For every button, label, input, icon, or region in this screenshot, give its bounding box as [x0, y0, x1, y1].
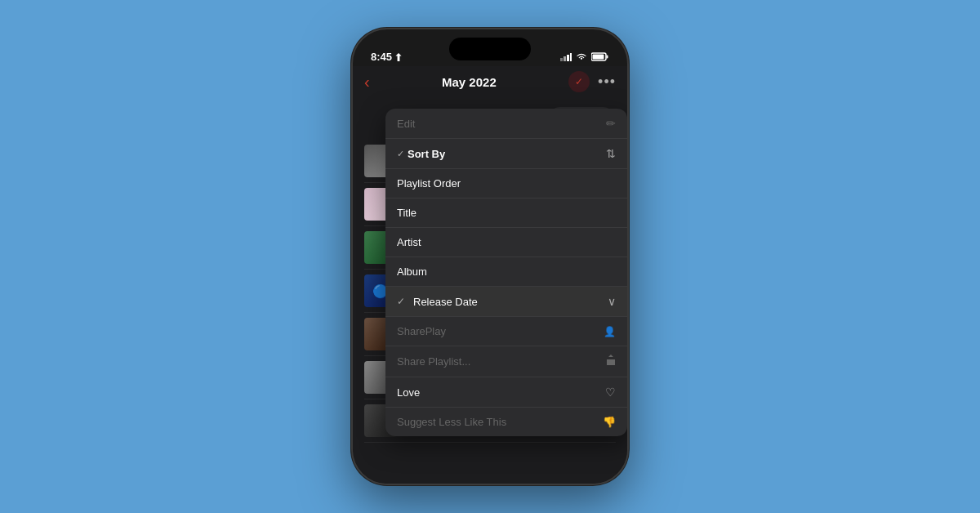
status-time: 8:45 — [371, 51, 402, 63]
menu-item-suggest-less[interactable]: Suggest Less Like This 👎 — [385, 408, 627, 436]
dynamic-island — [449, 38, 531, 60]
edit-icon: ✏ — [606, 117, 616, 130]
love-label: Love — [397, 386, 420, 399]
header: ‹ May 2022 ✓ ••• — [353, 66, 627, 99]
thumbs-down-icon: 👎 — [603, 416, 616, 428]
release-date-expand-icon: ∨ — [608, 295, 616, 308]
release-date-label: Release Date — [413, 296, 478, 308]
menu-item-release-date[interactable]: ✓ Release Date ∨ — [385, 287, 627, 317]
dropdown-menu: Edit ✏ ✓ Sort By ⇅ — [385, 109, 627, 436]
sort-arrows-icon: ⇅ — [606, 147, 616, 160]
svg-rect-1 — [564, 56, 566, 61]
checkmark-icon: ✓ — [575, 76, 583, 87]
edit-label: Edit — [397, 118, 415, 130]
release-date-check: ✓ — [397, 296, 405, 307]
checkmark-button[interactable]: ✓ — [568, 71, 590, 92]
title-label: Title — [397, 207, 416, 219]
menu-item-album[interactable]: Album — [385, 257, 627, 287]
shareplay-label: SharePlay — [397, 325, 446, 337]
header-actions: ✓ ••• — [568, 71, 616, 92]
shareplay-icon: 👤 — [604, 326, 616, 337]
phone-mockup: 8:45 — [351, 28, 629, 485]
svg-rect-0 — [560, 58, 563, 61]
status-icons — [560, 52, 609, 61]
menu-item-shareplay[interactable]: SharePlay 👤 — [385, 317, 627, 346]
sort-by-row[interactable]: ✓ Sort By ⇅ — [385, 139, 627, 169]
album-label: Album — [397, 265, 427, 278]
release-date-left: ✓ Release Date — [397, 296, 478, 308]
menu-item-share-playlist[interactable]: Share Playlist... — [385, 346, 627, 377]
menu-item-artist[interactable]: Artist — [385, 228, 627, 257]
menu-item-playlist-order[interactable]: Playlist Order — [385, 169, 627, 199]
share-playlist-label: Share Playlist... — [397, 355, 470, 368]
svg-rect-2 — [567, 55, 569, 61]
menu-item-title[interactable]: Title — [385, 199, 627, 228]
menu-item-edit[interactable]: Edit ✏ — [385, 109, 627, 139]
signal-icon — [560, 53, 572, 61]
playlist-title: May 2022 — [442, 75, 497, 89]
location-icon — [395, 53, 402, 61]
time-display: 8:45 — [371, 51, 392, 63]
phone-screen: 8:45 — [353, 29, 627, 484]
screen-content: ‹ May 2022 ✓ ••• Play — [353, 66, 627, 484]
svg-rect-6 — [593, 55, 604, 60]
battery-icon — [591, 52, 609, 61]
svg-rect-3 — [570, 53, 572, 61]
menu-item-love[interactable]: Love ♡ — [385, 377, 627, 408]
sort-by-left: ✓ Sort By — [397, 148, 445, 160]
back-button[interactable]: ‹ — [364, 73, 370, 91]
love-icon: ♡ — [605, 386, 616, 399]
sort-by-label: Sort By — [408, 148, 445, 160]
playlist-order-label: Playlist Order — [397, 177, 461, 190]
phone-body: 8:45 — [351, 28, 629, 485]
wifi-icon — [576, 53, 587, 61]
sort-chevron-icon: ✓ — [397, 149, 404, 159]
more-options-button[interactable]: ••• — [598, 74, 616, 91]
suggest-less-label: Suggest Less Like This — [397, 416, 506, 428]
app-background: 8:45 — [0, 0, 980, 513]
artist-label: Artist — [397, 236, 421, 248]
share-icon — [606, 355, 616, 368]
svg-rect-5 — [607, 56, 608, 59]
